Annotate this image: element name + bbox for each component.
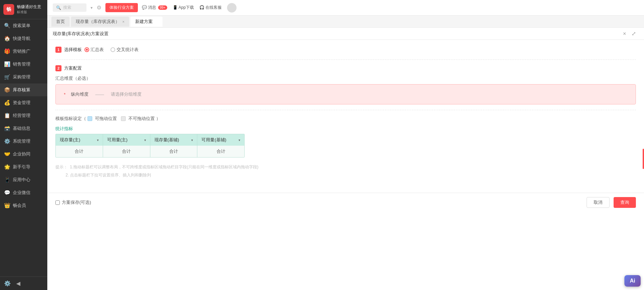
app-center-icon: 📱 (4, 177, 10, 183)
member-icon: 👑 (4, 202, 10, 209)
customer-service-section[interactable]: 🎧 在线客服 (199, 5, 222, 10)
step2-badge: 2 (55, 65, 61, 71)
tab-inventory-label: 现存量（库存状况表） (76, 19, 120, 25)
sidebar-item-finance[interactable]: 💰 资金管理 (0, 96, 47, 109)
sidebar-item-label: 库存核算 (13, 87, 30, 93)
stats-title: 统计指标 (55, 126, 636, 132)
search-icon: 🔍 (56, 5, 61, 10)
tab-inventory-close[interactable]: × (122, 20, 124, 24)
save-plan-checkbox[interactable]: 方案保存(可选) (55, 199, 91, 206)
sidebar-footer: ⚙️ ◀ (0, 276, 47, 290)
sidebar-item-label: 畅会员 (13, 202, 26, 209)
summary-dim-label: 汇总维度（必选） (55, 75, 636, 81)
system-icon: ⚙️ (4, 138, 10, 144)
panel-close-btn[interactable]: × (623, 31, 626, 37)
main-area: 🔍 搜索 ▾ ⚙ 体验行业方案 💬 消息 99+ 📱 App下载 🎧 在线客服 (47, 0, 644, 290)
step1-divider (55, 59, 636, 60)
message-label: 消息 (148, 5, 156, 10)
sidebar-item-member[interactable]: 👑 畅会员 (0, 199, 47, 212)
app-version: 标准版 (17, 10, 41, 15)
sidebar-item-app-center[interactable]: 📱 应用中心 (0, 173, 47, 186)
stats-col-4-label: 可用量(基辅) (201, 137, 226, 143)
gear-icon[interactable]: ⚙ (97, 4, 101, 11)
sales-icon: 📊 (4, 61, 10, 67)
stats-col-4-dropdown[interactable]: ▾ (239, 138, 240, 142)
stats-col-1[interactable]: 现存量(主) ▾ (56, 134, 103, 146)
metrics-legend-row: 模板指标设定（ 可拖动位置 不可拖动位置 ） (55, 116, 636, 122)
panel-header: 现存量(库存状况表)方案设置 × ⤢ (47, 28, 644, 40)
radio-cross[interactable]: 交叉统计表 (110, 47, 139, 53)
search-box[interactable]: 🔍 搜索 (53, 3, 86, 12)
app-download-icon: 📱 (173, 5, 178, 10)
stats-col-3[interactable]: 现存量(基辅) ▾ (150, 134, 198, 146)
sidebar-item-label: 企业协同 (13, 151, 30, 157)
tab-home[interactable]: 首页 (51, 17, 70, 27)
sidebar-item-operations[interactable]: 📋 经营管理 (0, 109, 47, 122)
step2-header: 2 方案配置 (55, 65, 636, 71)
app-download-section[interactable]: 📱 App下载 (173, 5, 194, 10)
message-section[interactable]: 💬 消息 99+ (142, 5, 167, 10)
tab-new-plan[interactable]: 新建方案 × (130, 17, 162, 27)
settings-content: 1 选择模板 汇总表 交叉统计表 (47, 40, 644, 193)
panel-expand-btn[interactable]: ⤢ (631, 30, 636, 37)
warning-arrow: —— (95, 92, 104, 97)
sidebar-item-marketing[interactable]: 🎁 营销推广 (0, 45, 47, 58)
purchase-icon: 🛒 (4, 74, 10, 80)
stats-row-1-col-4: 合计 (197, 146, 244, 157)
step2-divider (55, 110, 636, 110)
save-plan-input[interactable] (55, 200, 60, 205)
radio-summary[interactable]: 汇总表 (84, 47, 104, 53)
tab-bar: 首页 现存量（库存状况表） × 新建方案 × (47, 16, 644, 28)
stats-col-2[interactable]: 可用量(主) ▾ (103, 134, 150, 146)
tips-box: 提示： 1.拖动标题栏可以调整布局，不可跨维度或指标区域拖动栏目字段(只能在同一… (55, 163, 636, 179)
footer-actions: 取消 查询 (587, 197, 636, 208)
radio-summary-label: 汇总表 (91, 47, 104, 53)
sidebar-item-inventory[interactable]: 📦 库存核算 (0, 83, 47, 96)
step1-title: 选择模板 (64, 47, 82, 53)
sidebar-item-label: 营销推广 (13, 48, 30, 54)
top-header: 🔍 搜索 ▾ ⚙ 体验行业方案 💬 消息 99+ 📱 App下载 🎧 在线客服 (47, 0, 644, 16)
cooperation-icon: 🤝 (4, 151, 10, 157)
step1-header: 1 选择模板 汇总表 交叉统计表 (55, 47, 636, 53)
app-download-label: App下载 (178, 5, 194, 10)
tab-new-plan-close[interactable]: × (155, 20, 157, 24)
sidebar-item-label: 新手引导 (13, 164, 30, 170)
template-radio-group: 汇总表 交叉统计表 (84, 47, 139, 53)
sidebar-item-label: 销售管理 (13, 61, 30, 67)
dim-warning-box[interactable]: * 纵向维度 —— 请选择分组维度 (55, 84, 636, 104)
scroll-indicator (643, 149, 644, 169)
tab-new-plan-label: 新建方案 (135, 19, 153, 25)
stats-col-1-dropdown[interactable]: ▾ (97, 138, 99, 142)
search-menu-icon: 🔍 (4, 23, 10, 29)
stats-col-2-dropdown[interactable]: ▾ (144, 138, 146, 142)
stats-col-4[interactable]: 可用量(基辅) ▾ (197, 134, 244, 146)
sidebar-item-wechat[interactable]: 💬 企业微信 (0, 186, 47, 199)
sidebar-item-label: 系统管理 (13, 138, 30, 144)
wechat-icon: 💬 (4, 190, 10, 196)
sidebar-item-search-menu[interactable]: 🔍 搜索菜单 (0, 19, 47, 32)
dropdown-icon[interactable]: ▾ (91, 5, 93, 10)
settings-icon[interactable]: ⚙️ (4, 280, 11, 287)
industry-btn[interactable]: 体验行业方案 (105, 3, 138, 12)
user-avatar[interactable] (227, 3, 237, 13)
sidebar-item-system[interactable]: ⚙️ 系统管理 (0, 135, 47, 148)
stats-table: 现存量(主) ▾ 可用量(主) ▾ 现存量(基辅) ▾ (55, 134, 245, 158)
ai-button[interactable]: Ai (624, 275, 641, 287)
query-button[interactable]: 查询 (614, 197, 636, 208)
stats-col-3-dropdown[interactable]: ▾ (191, 138, 193, 142)
sidebar-item-quick-nav[interactable]: 🏠 快捷导航 (0, 32, 47, 45)
warning-required: * (64, 92, 66, 97)
stats-col-3-label: 现存量(基辅) (154, 137, 179, 143)
basic-info-icon: 🗃️ (4, 125, 10, 131)
sidebar-item-basic-info[interactable]: 🗃️ 基础信息 (0, 122, 47, 135)
sidebar-item-guide[interactable]: 🌟 新手引导 (0, 161, 47, 173)
sidebar-item-cooperation[interactable]: 🤝 企业协同 (0, 148, 47, 161)
collapse-icon[interactable]: ◀ (16, 280, 20, 287)
sidebar-item-purchase[interactable]: 🛒 采购管理 (0, 71, 47, 83)
tab-inventory-status[interactable]: 现存量（库存状况表） × (71, 17, 129, 27)
cancel-button[interactable]: 取消 (587, 197, 610, 208)
sidebar-item-label: 基础信息 (13, 125, 30, 131)
sidebar-item-sales[interactable]: 📊 销售管理 (0, 58, 47, 71)
step1-badge: 1 (55, 47, 61, 53)
sidebar-item-label: 企业微信 (13, 190, 30, 196)
